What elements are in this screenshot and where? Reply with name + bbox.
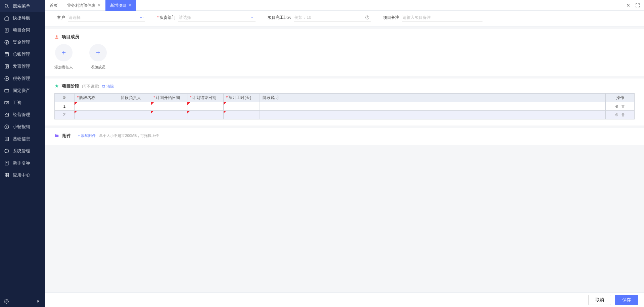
- input-dept[interactable]: [178, 13, 256, 21]
- label-remark: 项目备注: [383, 15, 399, 20]
- svg-point-8: [6, 102, 7, 103]
- tab-首页[interactable]: 首页: [45, 0, 62, 11]
- sidebar-item-guide[interactable]: 新手引导: [0, 157, 45, 169]
- close-all-icon[interactable]: [625, 2, 631, 8]
- field-customer: 客户 ⋯: [57, 13, 145, 21]
- sidebar-item-invoice[interactable]: 发票管理: [0, 60, 45, 72]
- cell-hours[interactable]: [223, 102, 260, 110]
- stages-sub: (可不设置): [82, 84, 99, 89]
- cell-gear[interactable]: 2: [55, 110, 74, 119]
- tab-label: 业务利润预估表: [67, 0, 95, 11]
- sidebar-item-label: 总账管理: [13, 51, 30, 57]
- label-customer: 客户: [57, 15, 65, 20]
- tab-业务利润预估表[interactable]: 业务利润预估表✕: [62, 0, 105, 11]
- col-label: 阶段负责人: [121, 95, 141, 100]
- col-label: 阶段说明: [263, 95, 279, 100]
- svg-rect-17: [37, 300, 38, 303]
- stages-clear[interactable]: 清除: [102, 84, 114, 89]
- more-icon[interactable]: ⋯: [140, 15, 144, 20]
- collapse-icon[interactable]: [36, 299, 41, 304]
- cell-name[interactable]: [74, 110, 118, 119]
- svg-rect-6: [5, 90, 9, 92]
- svg-rect-13: [7, 173, 9, 175]
- svg-point-9: [5, 125, 9, 129]
- add-member-label: 添加成员: [91, 65, 105, 70]
- col-start: *计划开始日期: [151, 94, 187, 102]
- table-row[interactable]: 1: [55, 102, 605, 110]
- ops-cell: ⊕🗑: [606, 110, 634, 119]
- sidebar-item-label: 税务管理: [13, 75, 30, 82]
- stages-grid: ⚙*阶段名称阶段负责人*计划开始日期*计划结束日期*预计工时(天)阶段说明 12…: [54, 93, 635, 119]
- sidebar-item-salary[interactable]: 工资: [0, 97, 45, 109]
- fullscreen-icon[interactable]: [635, 2, 641, 8]
- sidebar-item-label: 小畅报销: [13, 124, 30, 130]
- add-member-button[interactable]: [89, 44, 107, 61]
- cell-start[interactable]: [151, 110, 187, 119]
- row-add-icon[interactable]: ⊕: [615, 104, 618, 109]
- sidebar-item-label: 应用中心: [13, 172, 30, 178]
- cell-gear[interactable]: 1: [55, 102, 74, 110]
- col-label: 计划结束日期: [192, 95, 216, 100]
- gear-icon[interactable]: ⚙: [62, 95, 66, 100]
- sidebar-item-home[interactable]: 快捷导航: [0, 12, 45, 24]
- label-progress: 项目完工比%: [268, 15, 291, 20]
- cell-owner[interactable]: [118, 110, 151, 119]
- member-divider: [81, 44, 81, 70]
- grid-ops: 操作 ⊕🗑⊕🗑: [605, 94, 634, 119]
- doc-icon: [4, 28, 9, 33]
- money-icon: [4, 40, 9, 45]
- attach-add[interactable]: + 添加附件: [78, 133, 96, 138]
- cell-owner[interactable]: [118, 102, 151, 110]
- tab-新增项目[interactable]: 新增项目✕: [105, 0, 136, 11]
- chevron-down-icon[interactable]: [250, 15, 254, 19]
- cell-name[interactable]: [74, 102, 118, 110]
- col-end: *计划结束日期: [187, 94, 223, 102]
- add-member: 添加成员: [89, 44, 107, 70]
- add-owner-button[interactable]: [55, 44, 73, 61]
- members-title: 项目成员: [62, 34, 79, 40]
- cell-hours[interactable]: [223, 110, 260, 119]
- cell-desc[interactable]: [260, 110, 605, 119]
- sidebar: 搜索菜单快捷导航项目合同资金管理总账管理发票管理税务管理固定资产工资经营管理小畅…: [0, 0, 45, 307]
- sidebar-item-app[interactable]: 应用中心: [0, 169, 45, 181]
- cell-desc[interactable]: [260, 102, 605, 110]
- table-row[interactable]: 2: [55, 110, 605, 119]
- sidebar-item-xc[interactable]: 小畅报销: [0, 121, 45, 133]
- sidebar-footer: [0, 297, 45, 307]
- save-button[interactable]: 保存: [615, 295, 638, 305]
- settings-icon[interactable]: [4, 299, 9, 304]
- row-delete-icon[interactable]: 🗑: [621, 104, 625, 109]
- tab-close-icon[interactable]: ✕: [128, 0, 132, 11]
- cancel-button[interactable]: 取消: [588, 295, 611, 305]
- sidebar-item-tax[interactable]: 税务管理: [0, 72, 45, 85]
- row-delete-icon[interactable]: 🗑: [621, 112, 625, 117]
- app-icon: [4, 172, 9, 178]
- home-icon: [4, 15, 9, 21]
- sidebar-item-money[interactable]: 资金管理: [0, 36, 45, 48]
- col-hours: *预计工时(天): [223, 94, 260, 102]
- input-customer[interactable]: [68, 13, 145, 21]
- input-progress[interactable]: [294, 13, 371, 21]
- cell-end[interactable]: [187, 102, 223, 110]
- field-remark: 项目备注: [383, 13, 482, 21]
- sidebar-item-base[interactable]: 基础信息: [0, 133, 45, 145]
- input-remark[interactable]: [402, 13, 482, 21]
- sidebar-item-label: 固定资产: [13, 88, 30, 94]
- sidebar-item-search[interactable]: 搜索菜单: [0, 0, 45, 12]
- add-owner: 添加责任人: [54, 44, 73, 70]
- cell-start[interactable]: [151, 102, 187, 110]
- sidebar-item-ledger[interactable]: 总账管理: [0, 48, 45, 60]
- sidebar-item-label: 基础信息: [13, 136, 30, 142]
- row-add-icon[interactable]: ⊕: [615, 112, 618, 117]
- asset-icon: [4, 88, 9, 93]
- col-label: 预计工时(天): [228, 95, 251, 100]
- sidebar-item-sys[interactable]: 系统管理: [0, 145, 45, 157]
- cell-end[interactable]: [187, 110, 223, 119]
- sidebar-item-label: 经营管理: [13, 112, 30, 118]
- sidebar-item-asset[interactable]: 固定资产: [0, 85, 45, 97]
- sidebar-item-label: 快捷导航: [13, 15, 30, 21]
- sidebar-item-doc[interactable]: 项目合同: [0, 24, 45, 36]
- sidebar-item-biz[interactable]: 经营管理: [0, 109, 45, 121]
- tab-close-icon[interactable]: ✕: [97, 0, 101, 11]
- help-icon[interactable]: [365, 15, 370, 20]
